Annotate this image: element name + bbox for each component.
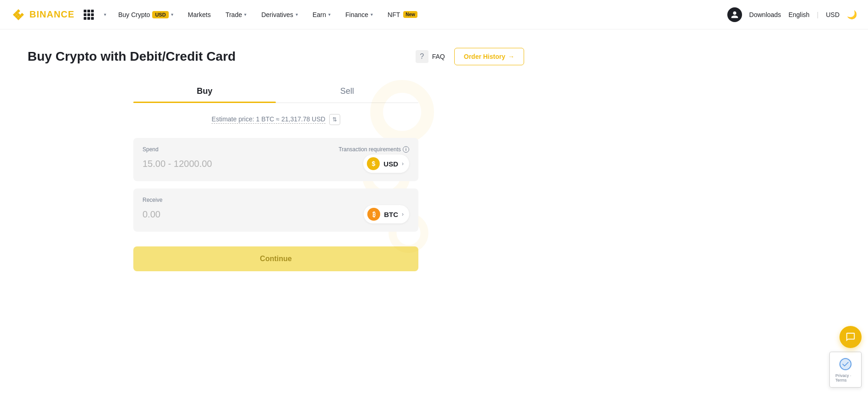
earn-chevron: ▾ [328, 12, 331, 17]
derivatives-chevron: ▾ [296, 12, 298, 17]
spend-input-row: 15.00 - 12000.00 $ USD › [143, 154, 409, 173]
spend-currency-name: USD [383, 160, 398, 168]
btc-currency-icon: ₿ [367, 208, 380, 221]
usd-currency-icon: $ [367, 157, 380, 170]
nav-markets[interactable]: Markets [185, 9, 214, 20]
nft-new-badge: New [403, 11, 417, 18]
chat-button[interactable] [839, 326, 862, 348]
binance-logo-icon [11, 7, 26, 22]
trade-chevron: ▾ [244, 12, 246, 17]
receive-currency-chevron: › [402, 211, 404, 217]
tabs: Buy Sell [133, 80, 418, 103]
estimate-price-row: Estimate price: 1 BTC ≈ 21,317.78 USD ⇅ [133, 114, 418, 125]
page-title: Buy Crypto with Debit/Credit Card [28, 49, 236, 64]
page-header: Buy Crypto with Debit/Credit Card ? FAQ … [28, 48, 524, 65]
main-content: Buy Crypto with Debit/Credit Card ? FAQ … [0, 29, 552, 290]
arrow-right-icon: → [508, 53, 514, 60]
faq-icon: ? [416, 50, 428, 63]
receive-input-row: 0.00 ₿ BTC › [143, 205, 409, 223]
receive-label: Receive [143, 197, 162, 203]
language-selector[interactable]: English [788, 11, 810, 18]
recaptcha-badge: Privacy · Terms [829, 352, 862, 388]
logo[interactable]: BINANCE [11, 7, 74, 22]
account-icon[interactable] [727, 7, 742, 22]
nav-trade[interactable]: Trade ▾ [223, 9, 249, 20]
spend-currency-chevron: › [402, 160, 404, 167]
downloads-link[interactable]: Downloads [749, 11, 781, 18]
recaptcha-logo-icon [838, 357, 853, 371]
chat-icon [845, 332, 856, 342]
receive-currency-selector[interactable]: ₿ BTC › [364, 205, 409, 223]
buy-crypto-chevron: ▾ [171, 12, 173, 17]
header-right: ? FAQ Order History → [416, 48, 524, 65]
spend-label: Spend [143, 146, 159, 153]
svg-point-11 [839, 358, 852, 371]
recaptcha-privacy[interactable]: Privacy · Terms [835, 373, 856, 383]
logo-text: BINANCE [29, 9, 74, 20]
spend-amount[interactable]: 15.00 - 12000.00 [143, 159, 212, 169]
navbar-right: Downloads English | USD 🌙 [727, 7, 857, 22]
nav-earn[interactable]: Earn ▾ [310, 9, 334, 20]
finance-chevron: ▾ [371, 12, 373, 17]
tab-buy[interactable]: Buy [133, 80, 276, 103]
receive-box: Receive 0.00 ₿ BTC › [133, 188, 418, 232]
spend-box: Spend Transaction requirements i 15.00 -… [133, 138, 418, 181]
faq-button[interactable]: ? FAQ [416, 50, 445, 63]
navbar-left: BINANCE ▾ Buy Crypto USD ▾ Markets Trade… [11, 7, 727, 22]
receive-label-row: Receive [143, 197, 409, 203]
navbar: BINANCE ▾ Buy Crypto USD ▾ Markets Trade… [0, 0, 868, 29]
nav-nft[interactable]: NFT New [385, 9, 420, 20]
transaction-req-info-icon[interactable]: i [403, 146, 409, 153]
transaction-requirements: Transaction requirements i [338, 146, 409, 153]
nav-buy-crypto[interactable]: Buy Crypto USD ▾ [115, 9, 176, 20]
refresh-icon[interactable]: ⇅ [329, 114, 340, 125]
continue-button[interactable]: Continue [133, 246, 418, 271]
order-history-button[interactable]: Order History → [454, 48, 524, 65]
tab-sell[interactable]: Sell [276, 80, 418, 103]
nav-divider: | [817, 11, 819, 18]
currency-selector-nav[interactable]: USD [826, 11, 839, 18]
spend-label-row: Spend Transaction requirements i [143, 146, 409, 153]
nav-finance[interactable]: Finance ▾ [343, 9, 376, 20]
grid-chevron-icon: ▾ [104, 12, 106, 17]
receive-currency-name: BTC [384, 211, 398, 218]
receive-amount[interactable]: 0.00 [143, 209, 160, 220]
dark-mode-toggle[interactable]: 🌙 [847, 10, 857, 20]
usd-badge: USD [152, 11, 168, 18]
estimate-price-text: Estimate price: 1 BTC ≈ 21,317.78 USD [211, 115, 325, 124]
card-area: Buy Sell Estimate price: 1 BTC ≈ 21,317.… [133, 80, 418, 271]
spend-currency-selector[interactable]: $ USD › [363, 154, 409, 173]
nav-derivatives[interactable]: Derivatives ▾ [258, 9, 300, 20]
grid-menu-icon[interactable] [84, 10, 94, 20]
